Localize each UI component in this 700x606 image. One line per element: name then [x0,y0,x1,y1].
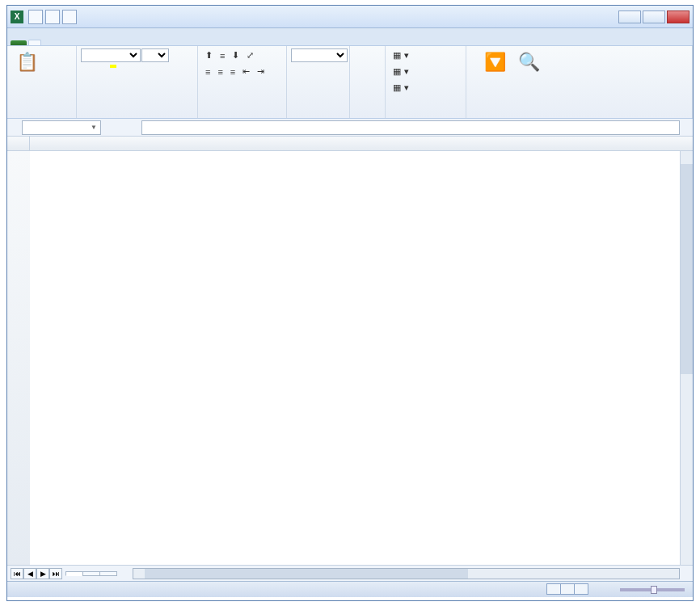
tab-home[interactable] [28,40,41,45]
sort-filter-button[interactable]: 🔽 [479,48,511,78]
tab-review[interactable] [86,40,98,45]
tab-view[interactable] [98,40,109,45]
merge-button[interactable] [268,65,275,78]
delete-cells-button[interactable]: ▦ ▾ [390,65,412,78]
grow-font-button[interactable] [170,48,176,62]
insert-cells-button[interactable]: ▦ ▾ [390,48,412,62]
align-right-button[interactable]: ≡ [227,65,238,78]
vertical-scrollbar[interactable] [680,151,693,565]
ribbon-tabs [7,28,693,46]
name-box[interactable]: ▼ [22,120,101,135]
window-controls [618,11,689,23]
qat-undo-button[interactable] [45,10,60,24]
excel-icon: X [11,11,23,23]
shrink-font-button[interactable] [177,48,183,62]
zoom-slider[interactable] [617,588,688,591]
format-cells-button[interactable]: ▦ ▾ [390,81,412,95]
tab-foxit[interactable] [132,40,143,45]
find-select-button[interactable]: 🔍 [513,48,545,78]
sheet-nav-first[interactable]: ⏮ [11,568,23,579]
editing-group-label [470,116,688,117]
tab-insert[interactable] [41,40,53,45]
qat-redo-button[interactable] [62,10,77,24]
status-bar [7,581,693,597]
ribbon: 📋 [7,46,693,119]
tab-addins[interactable] [120,40,132,45]
font-color-button[interactable] [117,65,124,68]
tab-layout[interactable] [53,40,64,45]
cells-group-label [390,116,462,117]
orientation-button[interactable]: ⤢ [243,48,257,62]
tab-developer[interactable] [109,40,120,45]
fill-color-button[interactable] [110,65,116,68]
indent-inc-button[interactable]: ⇥ [254,65,268,78]
tab-formulas[interactable] [64,40,75,45]
indent-dec-button[interactable]: ⇤ [239,65,253,78]
sheet-nav-last[interactable]: ⏭ [49,568,62,579]
font-size-select[interactable] [141,48,169,62]
formula-bar: ▼ [7,119,693,137]
formula-input[interactable] [141,120,680,135]
tab-abbyy[interactable] [143,40,154,45]
qat-save-button[interactable] [28,10,43,24]
tab-data[interactable] [75,40,86,45]
sheet-tab-3[interactable] [99,571,117,576]
format-painter-button[interactable] [45,57,52,60]
percent-button[interactable] [298,65,305,68]
file-tab[interactable] [11,40,27,45]
decrease-decimal-button[interactable] [298,70,305,74]
worksheet-grid [7,137,693,565]
sheet-nav-next[interactable]: ▶ [36,568,49,579]
quick-access-toolbar [28,10,77,24]
sheet-tab-1[interactable] [65,571,83,576]
underline-button[interactable] [95,65,102,68]
align-top-button[interactable]: ⬆ [202,48,216,62]
number-group-label [291,116,345,117]
bold-button[interactable] [81,65,87,68]
increase-decimal-button[interactable] [291,70,297,74]
sheet-nav-prev[interactable]: ◀ [23,568,36,579]
italic-button[interactable] [88,65,95,68]
select-all-corner[interactable] [7,137,30,150]
clipboard-group-label [11,116,72,117]
align-center-button[interactable]: ≡ [214,65,226,78]
number-format-select[interactable] [291,48,348,62]
border-button[interactable] [103,65,109,68]
currency-button[interactable] [291,65,297,68]
paste-button[interactable]: 📋 [11,48,43,78]
view-buttons[interactable] [546,583,588,596]
align-middle-button[interactable]: ≡ [217,48,228,62]
copy-button[interactable] [45,53,52,56]
autosum-button[interactable] [470,48,477,52]
font-name-select[interactable] [81,48,141,62]
sheet-tab-2[interactable] [82,571,100,576]
fill-button[interactable] [470,53,477,56]
comma-button[interactable] [306,65,312,68]
wrap-text-button[interactable] [258,48,264,62]
close-button[interactable] [667,11,689,23]
font-group-label [81,116,193,117]
cut-button[interactable] [45,48,52,52]
alignment-group-label [202,116,282,117]
align-bottom-button[interactable]: ⬇ [229,48,242,62]
clear-button[interactable] [470,57,477,60]
styles-group-label [354,116,381,117]
title-bar: X [7,6,693,28]
horizontal-scrollbar[interactable] [133,568,680,579]
sheet-tab-bar: ⏮ ◀ ▶ ⏭ [7,565,693,581]
minimize-button[interactable] [618,11,641,23]
styles-button[interactable] [354,48,364,57]
maximize-button[interactable] [643,11,665,23]
align-left-button[interactable]: ≡ [202,65,213,78]
